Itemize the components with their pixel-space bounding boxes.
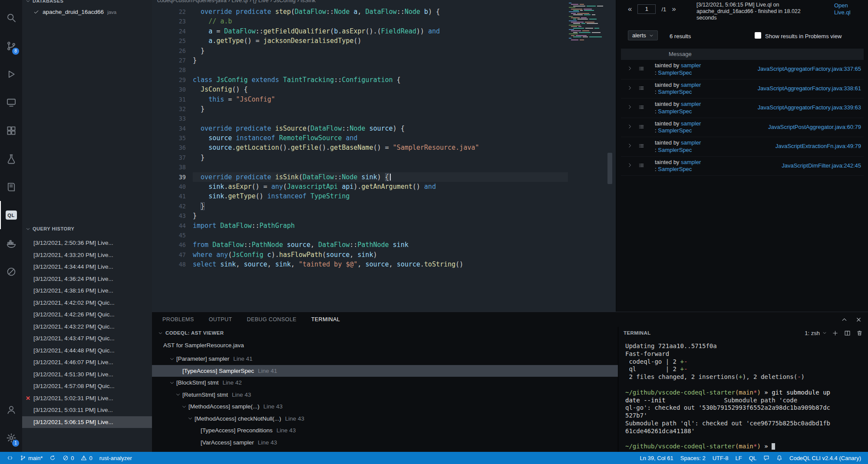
database-item[interactable]: apache_druid_16acd66 java	[22, 6, 152, 18]
result-element-link[interactable]: sampler	[681, 120, 701, 127]
result-element-link[interactable]: SamplerSpec	[658, 89, 692, 95]
plus-icon[interactable]	[832, 330, 838, 336]
query-history-item[interactable]: [3/12/2021, 4:43:47 PM] Quic...	[22, 332, 152, 345]
breadcrumb[interactable]: codeql-custom-queries-java › Live.ql › {…	[152, 0, 616, 5]
result-location-link[interactable]: JavaScriptAggregatorFactory.java:337:65	[758, 66, 861, 72]
code-line[interactable]	[193, 65, 568, 75]
query-history-section-header[interactable]: QUERY HISTORY	[26, 224, 74, 234]
query-history-item[interactable]: [3/12/2021, 4:42:02 PM] Quic...	[22, 297, 152, 309]
result-element-link[interactable]: sampler	[681, 101, 701, 107]
close-icon[interactable]	[855, 316, 862, 323]
ast-tree-item[interactable]: [Parameter] samplerLine 41	[152, 353, 618, 365]
chevron-down-icon[interactable]	[188, 416, 195, 421]
status-rust-analyzer[interactable]: rust-analyzer	[96, 452, 135, 464]
activity-account[interactable]	[0, 395, 22, 424]
query-history-item[interactable]: [3/12/2021, 4:44:48 PM] Quic...	[22, 345, 152, 357]
code-line[interactable]: where any(JsConfig c).hasFlowPath(source…	[193, 250, 568, 260]
result-location-link[interactable]: JavaScriptDimFilter.java:242:45	[782, 162, 861, 169]
result-row[interactable]: tainted by sampler: SamplerSpecJavaScrip…	[621, 60, 864, 79]
result-location-link[interactable]: JavaScriptPostAggregator.java:60:79	[768, 124, 861, 130]
chevron-right-icon[interactable]	[627, 124, 633, 129]
ast-tree-item[interactable]: [TypeAccess] PreconditionsLine 43	[152, 425, 618, 437]
chevron-down-icon[interactable]	[169, 356, 176, 362]
status-indentation[interactable]: Spaces: 2	[677, 452, 709, 464]
result-row[interactable]: tainted by sampler: SamplerSpecJavaScrip…	[621, 79, 864, 99]
status-eol[interactable]: LF	[732, 452, 746, 464]
activity-run-debug[interactable]	[0, 60, 22, 88]
chevron-right-icon[interactable]	[627, 66, 633, 71]
query-history-item[interactable]: [3/12/2021, 4:33:20 PM] Live...	[22, 249, 152, 261]
query-history-item[interactable]: ✕[3/12/2021, 5:02:31 PM] Live...	[22, 392, 152, 405]
code-line[interactable]: }	[193, 46, 568, 56]
databases-section-header[interactable]: DATABASES	[26, 0, 63, 6]
result-element-link[interactable]: sampler	[681, 139, 701, 146]
code-line[interactable]: import DataFlow::PathGraph	[193, 221, 568, 230]
code-line[interactable]: JsConfig() {	[193, 85, 568, 94]
query-history-item[interactable]: [3/12/2021, 4:38:16 PM] Live...	[22, 285, 152, 297]
result-location-link[interactable]: JavaScriptAggregatorFactory.java:338:61	[758, 85, 861, 92]
activity-source-control[interactable]: 8	[0, 32, 22, 60]
result-element-link[interactable]: SamplerSpec	[658, 69, 692, 76]
split-icon[interactable]	[844, 330, 851, 336]
query-history-item[interactable]: [3/12/2021, 4:57:08 PM] Quic...	[22, 380, 152, 392]
query-history-item[interactable]: [3/12/2021, 4:42:26 PM] Quic...	[22, 309, 152, 321]
result-element-link[interactable]: sampler	[681, 82, 701, 88]
query-history-item[interactable]: [3/12/2021, 4:43:22 PM] Quic...	[22, 321, 152, 333]
result-row[interactable]: tainted by sampler: SamplerSpecJavaScrip…	[621, 137, 864, 157]
code-line[interactable]: // a.b	[193, 16, 568, 26]
query-history-item[interactable]: [3/12/2021, 5:06:15 PM] Live...	[22, 416, 152, 428]
ast-tree-item[interactable]: [BlockStmt] stmtLine 42	[152, 377, 618, 389]
status-codeql-cli-version[interactable]: CodeQL CLI v2.4.4 (Canary)	[786, 452, 865, 464]
status-errors[interactable]: 0	[59, 452, 77, 464]
editor-scrollbar[interactable]	[607, 0, 612, 312]
ast-viewer-section-header[interactable]: CODEQL: AST VIEWER	[152, 327, 618, 339]
scrollbar-thumb[interactable]	[607, 153, 612, 184]
code-line[interactable]: }	[193, 201, 568, 211]
ast-tree-item[interactable]: [MethodAccess] checkNotNull(...)Line 43	[152, 413, 618, 425]
results-view-dropdown[interactable]: alerts	[628, 30, 658, 40]
ast-tree-item[interactable]: [TypeAccess] SamplerSpecLine 41	[152, 365, 618, 377]
chevron-down-icon[interactable]	[169, 380, 176, 385]
status-language-mode[interactable]: QL	[746, 452, 760, 464]
activity-remote-explorer[interactable]	[0, 88, 22, 116]
chevron-down-icon[interactable]	[182, 404, 188, 409]
code-line[interactable]: a.getType() = jacksonDeserialisedType()	[193, 36, 568, 46]
status-encoding[interactable]: UTF-8	[709, 452, 732, 464]
code-line[interactable]: source.getLocation().getFile().getBaseNa…	[193, 143, 568, 152]
chevron-right-icon[interactable]	[627, 162, 633, 168]
status-remote-indicator[interactable]	[3, 452, 17, 464]
terminal-output[interactable]: Updating 721aa10..5715f0aFast-forward co…	[625, 342, 865, 451]
activity-settings[interactable]: 1	[0, 424, 22, 452]
status-git-branch[interactable]: main*	[17, 452, 46, 464]
panel-tab-debug-console[interactable]: DEBUG CONSOLE	[247, 316, 296, 322]
code-line[interactable]: }	[193, 211, 568, 220]
code-area[interactable]: override predicate step(DataFlow::Node a…	[193, 7, 568, 270]
result-element-link[interactable]: SamplerSpec	[658, 127, 692, 134]
activity-docker[interactable]	[0, 229, 22, 257]
code-line[interactable]: a = DataFlow::getFieldQualifier(b.asExpr…	[193, 26, 568, 36]
query-history-item[interactable]: [3/12/2021, 4:46:07 PM] Live...	[22, 356, 152, 369]
activity-test-beaker[interactable]	[0, 145, 22, 173]
activity-circle-slash[interactable]	[0, 257, 22, 286]
activity-extensions[interactable]	[0, 116, 22, 145]
code-line[interactable]	[193, 162, 568, 172]
code-line[interactable]: override predicate isSink(DataFlow::Node…	[193, 172, 568, 182]
chevron-right-icon[interactable]	[627, 85, 633, 91]
query-history-item[interactable]: [3/12/2021, 4:34:44 PM] Live...	[22, 261, 152, 273]
query-history-item[interactable]: [3/12/2021, 4:51:30 PM] Live...	[22, 369, 152, 381]
code-line[interactable]: source instanceof RemoteFlowSource and	[193, 133, 568, 143]
shell-dropdown[interactable]: 1: zsh	[805, 330, 827, 336]
page-number[interactable]: 1	[637, 4, 656, 14]
code-line[interactable]: from DataFlow::PathNode source, DataFlow…	[193, 240, 568, 250]
panel-tab-terminal[interactable]: TERMINAL	[311, 316, 340, 322]
ast-tree-item[interactable]: [ReturnStmt] stmtLine 43	[152, 389, 618, 401]
code-line[interactable]: }	[193, 56, 568, 65]
result-element-link[interactable]: SamplerSpec	[658, 108, 692, 115]
code-line[interactable]: override predicate step(DataFlow::Node a…	[193, 7, 568, 16]
code-line[interactable]: select sink, source, sink, "tainted by $…	[193, 260, 568, 269]
result-location-link[interactable]: JavaScriptExtractionFn.java:49:79	[776, 143, 861, 149]
open-query-link[interactable]: Open Live.ql	[834, 2, 858, 16]
status-cursor-position[interactable]: Ln 39, Col 61	[636, 452, 677, 464]
code-line[interactable]: }	[193, 104, 568, 114]
ast-tree-item[interactable]: [MethodAccess] sample(...)Line 43	[152, 401, 618, 413]
